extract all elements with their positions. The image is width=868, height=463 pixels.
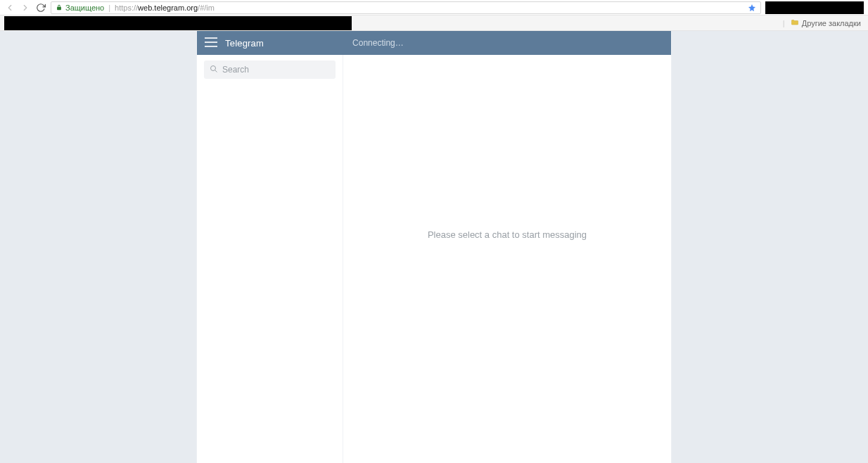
back-button[interactable] (4, 2, 15, 13)
redacted-bookmarks (4, 16, 352, 30)
svg-rect-1 (205, 42, 217, 43)
bookmarks-bar: | Другие закладки (0, 15, 868, 31)
app-title: Telegram (225, 38, 264, 49)
search-box[interactable] (204, 61, 336, 79)
app-body: Please select a chat to start messaging (197, 55, 671, 463)
reload-button[interactable] (35, 2, 46, 13)
other-bookmarks-label: Другие закладки (802, 19, 861, 27)
forward-button[interactable] (20, 2, 31, 13)
browser-toolbar: Защищено | https://web.telegram.org/#/im (0, 0, 868, 15)
menu-button[interactable] (197, 31, 225, 55)
app-header: Telegram Connecting… (197, 31, 671, 55)
search-icon (210, 63, 218, 76)
hamburger-icon (205, 37, 217, 49)
chat-panel: Please select a chat to start messaging (343, 55, 671, 463)
secure-label: Защищено (65, 4, 104, 12)
svg-rect-2 (205, 46, 217, 47)
svg-point-3 (211, 66, 216, 71)
search-input[interactable] (222, 65, 330, 75)
address-bar[interactable]: Защищено | https://web.telegram.org/#/im (51, 1, 761, 14)
telegram-app: Telegram Connecting… Please select a cha… (197, 31, 671, 463)
empty-chat-message: Please select a chat to start messaging (343, 229, 671, 240)
address-separator: | (108, 4, 110, 12)
lock-icon: Защищено (56, 4, 104, 12)
chat-list-panel (197, 55, 343, 463)
address-url: https://web.telegram.org/#/im (115, 4, 215, 12)
other-bookmarks-button[interactable]: Другие закладки (791, 18, 868, 28)
bookmark-star-icon[interactable] (748, 4, 756, 12)
svg-rect-0 (205, 37, 217, 39)
redacted-area-right (765, 1, 864, 14)
folder-icon (791, 18, 799, 28)
page-viewport: Telegram Connecting… Please select a cha… (0, 31, 868, 463)
bookmarks-separator: | (783, 19, 785, 27)
connection-status: Connecting… (352, 38, 404, 48)
svg-line-4 (215, 70, 217, 72)
